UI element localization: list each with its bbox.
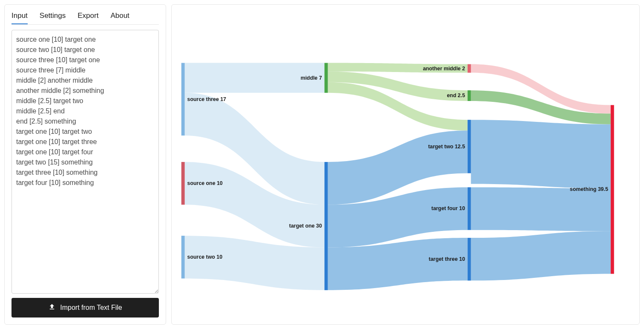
tab-settings[interactable]: Settings bbox=[40, 12, 66, 24]
sankey-node-something[interactable] bbox=[611, 105, 614, 274]
tab-export[interactable]: Export bbox=[78, 12, 98, 24]
tab-about[interactable]: About bbox=[110, 12, 129, 24]
tabs: Input Settings Export About bbox=[12, 12, 159, 25]
sankey-label-target_three: target three 10 bbox=[429, 256, 465, 262]
sankey-node-target_four[interactable] bbox=[468, 187, 471, 230]
sankey-node-end[interactable] bbox=[468, 90, 471, 101]
sankey-node-source_two[interactable] bbox=[181, 236, 185, 278]
sankey-link bbox=[471, 120, 611, 188]
sankey-chart-panel: source three 17source one 10source two 1… bbox=[171, 4, 640, 325]
sankey-node-target_two[interactable] bbox=[468, 120, 471, 173]
sankey-node-target_three[interactable] bbox=[468, 238, 471, 280]
sankey-node-target_one[interactable] bbox=[325, 162, 328, 290]
sankey-label-another_middle: another middle 2 bbox=[423, 66, 465, 72]
sankey-label-source_two: source two 10 bbox=[187, 254, 223, 260]
sankey-node-source_one[interactable] bbox=[181, 162, 185, 205]
upload-icon bbox=[48, 303, 56, 312]
flow-input-textarea[interactable] bbox=[12, 30, 159, 294]
sankey-label-target_two: target two 12.5 bbox=[428, 144, 465, 150]
left-panel: Input Settings Export About Import from … bbox=[4, 4, 166, 325]
sankey-label-middle: middle 7 bbox=[301, 75, 322, 81]
sankey-label-source_one: source one 10 bbox=[187, 180, 223, 186]
import-button-label: Import from Text File bbox=[60, 304, 122, 312]
sankey-label-end: end 2.5 bbox=[447, 92, 465, 98]
sankey-node-middle[interactable] bbox=[325, 63, 328, 93]
sankey-link bbox=[471, 187, 611, 231]
import-from-file-button[interactable]: Import from Text File bbox=[12, 298, 159, 317]
sankey-label-something: something 39.5 bbox=[570, 186, 608, 192]
sankey-node-another_middle[interactable] bbox=[468, 64, 471, 73]
sankey-label-source_three: source three 17 bbox=[187, 96, 226, 102]
tab-input[interactable]: Input bbox=[12, 12, 28, 24]
sankey-link bbox=[471, 231, 611, 280]
sankey-diagram: source three 17source one 10source two 1… bbox=[172, 5, 639, 324]
sankey-label-target_four: target four 10 bbox=[431, 206, 465, 212]
sankey-label-target_one: target one 30 bbox=[289, 223, 322, 229]
sankey-node-source_three[interactable] bbox=[181, 63, 185, 136]
